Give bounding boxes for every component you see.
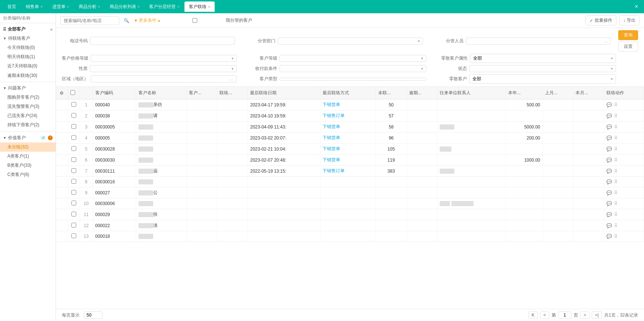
my-customers-checkbox[interactable]: 我分管的客户: [165, 17, 252, 24]
nav-tab-sales[interactable]: 销售单 ×: [21, 1, 47, 12]
row-checkbox[interactable]: [71, 135, 76, 140]
first-page-button[interactable]: K: [528, 311, 538, 319]
staff-select[interactable]: …: [466, 38, 611, 45]
th-contact[interactable]: 联络...: [217, 87, 248, 99]
th-gear[interactable]: ⚙: [56, 87, 68, 99]
status-select[interactable]: ▾: [469, 65, 616, 72]
grid-icon-action[interactable]: ⠿: [614, 113, 617, 119]
th-name[interactable]: 客户名称: [136, 87, 187, 99]
chat-icon[interactable]: 💬: [606, 169, 612, 174]
collapse-icon[interactable]: «: [50, 27, 53, 32]
th-biz-contact[interactable]: 往来单位联系人: [437, 87, 506, 99]
reset-button[interactable]: 设置: [618, 42, 638, 52]
th-overdue[interactable]: 逾期...: [407, 87, 437, 99]
chat-icon[interactable]: 💬: [606, 113, 612, 119]
select-all-checkbox[interactable]: [70, 90, 75, 95]
th-code[interactable]: 客户编码: [93, 87, 136, 99]
more-conditions-button[interactable]: ▼ 更多条件 ▲: [134, 17, 161, 24]
chat-icon[interactable]: 💬: [606, 102, 612, 107]
row-last-way[interactable]: [320, 209, 376, 220]
close-tab-analysis-list[interactable]: ×: [138, 5, 140, 9]
row-last-way[interactable]: 下销货单: [320, 144, 376, 155]
dept-select[interactable]: ▾: [278, 38, 423, 45]
sidebar-search-input[interactable]: [3, 15, 56, 21]
region-select[interactable]: …: [91, 75, 237, 82]
row-last-way[interactable]: 下销货单: [320, 99, 376, 110]
row-checkbox[interactable]: [71, 168, 76, 173]
nav-tab-analysis-list[interactable]: 商品分析列表 ×: [105, 1, 144, 12]
retail-attr-select[interactable]: 全部 ▾: [470, 54, 616, 63]
phone-input[interactable]: [90, 37, 235, 45]
th-type[interactable]: 客户...: [186, 87, 217, 99]
chat-icon[interactable]: 💬: [606, 201, 612, 206]
chat-icon[interactable]: 💬: [606, 223, 612, 228]
th-last-date[interactable]: 最后联络日期: [248, 87, 320, 99]
row-last-way[interactable]: 下销货单: [320, 155, 376, 166]
row-checkbox[interactable]: [71, 212, 76, 216]
sidebar-value-group[interactable]: ▼ 价值客户 ↺ !: [0, 133, 56, 142]
sidebar-item-declining[interactable]: 持续下滑客户(2): [0, 120, 56, 130]
per-page-input[interactable]: [84, 311, 102, 319]
row-checkbox[interactable]: [71, 157, 76, 162]
search-input[interactable]: [60, 16, 119, 25]
page-number-input[interactable]: [558, 311, 571, 319]
grid-icon-action[interactable]: ⠿: [614, 169, 617, 174]
row-checkbox[interactable]: [71, 102, 76, 107]
grid-icon-action[interactable]: ⠿: [614, 179, 617, 184]
nature-select[interactable]: ▾: [90, 65, 237, 72]
row-checkbox[interactable]: [71, 146, 76, 151]
level-select[interactable]: ▾: [279, 55, 426, 62]
nav-tab-purchase[interactable]: 进货单 ×: [48, 1, 74, 12]
query-button[interactable]: 查询: [618, 30, 638, 40]
prev-page-button[interactable]: <: [540, 311, 549, 319]
close-tab-sales[interactable]: ×: [41, 5, 43, 9]
grid-icon-action[interactable]: ⠿: [614, 158, 617, 163]
grid-icon-action[interactable]: ⠿: [614, 124, 617, 130]
nav-home[interactable]: 首页: [3, 1, 21, 12]
row-checkbox[interactable]: [71, 113, 76, 118]
row-last-way[interactable]: 下销售订单: [320, 110, 376, 121]
row-last-way[interactable]: 下销货单: [320, 121, 376, 133]
window-close-button[interactable]: ×: [632, 3, 641, 10]
row-last-way[interactable]: [320, 198, 376, 209]
grid-icon-action[interactable]: ⠿: [614, 223, 617, 228]
chat-icon[interactable]: 💬: [606, 179, 612, 184]
sidebar-wait-group[interactable]: ▼ 待联络客户: [0, 34, 56, 43]
row-checkbox[interactable]: [71, 233, 76, 238]
grid-icon-action[interactable]: ⠿: [614, 102, 617, 107]
close-tab-contact[interactable]: ×: [208, 5, 210, 9]
sidebar-item-tomorrow[interactable]: 明天待联络(1): [0, 52, 56, 61]
row-last-way[interactable]: [320, 220, 376, 231]
sidebar-item-c-class[interactable]: C类客户(6): [0, 170, 56, 179]
sidebar-item-ungroup[interactable]: 未分组(32): [0, 142, 56, 152]
export-button[interactable]: ↓ 导出: [619, 15, 640, 25]
chat-icon[interactable]: 💬: [606, 158, 612, 163]
th-checkbox[interactable]: [68, 87, 80, 99]
chat-icon[interactable]: 💬: [606, 124, 612, 130]
sidebar-item-churn-warning[interactable]: 流失预警客户(3): [0, 102, 56, 111]
price-select[interactable]: ▾: [91, 55, 237, 62]
retail-cust-select[interactable]: 全部 ▾: [469, 74, 616, 84]
close-tab-crm[interactable]: ×: [177, 5, 179, 9]
row-checkbox[interactable]: [71, 223, 76, 227]
grid-icon-action[interactable]: ⠿: [614, 212, 617, 217]
th-this-month[interactable]: 本月...: [573, 87, 604, 99]
sidebar-item-a-class[interactable]: A类客户(1): [0, 152, 56, 161]
row-checkbox[interactable]: [71, 190, 76, 195]
chat-icon[interactable]: 💬: [606, 190, 612, 195]
th-this-year[interactable]: 本年...: [506, 87, 543, 99]
th-last-month[interactable]: 上月...: [543, 87, 573, 99]
sidebar-item-hoarding[interactable]: 囤购异常客户(2): [0, 93, 56, 102]
nav-tab-crm[interactable]: 客户分层经营 ×: [145, 1, 184, 12]
grid-icon-action[interactable]: ⠿: [614, 234, 617, 239]
grid-icon-action[interactable]: ⠿: [614, 147, 617, 152]
sidebar-all-customers[interactable]: ⠿ 全部客户 «: [0, 23, 56, 34]
grid-icon-action[interactable]: ⠿: [614, 201, 617, 206]
nav-tab-contact[interactable]: 客户联络 ×: [184, 1, 215, 12]
last-page-button[interactable]: >|: [592, 311, 602, 319]
row-last-way[interactable]: 下销货单: [320, 133, 376, 144]
chat-icon[interactable]: 💬: [606, 147, 612, 152]
row-checkbox[interactable]: [71, 201, 76, 205]
my-customers-check[interactable]: [165, 18, 224, 23]
chat-icon[interactable]: 💬: [606, 212, 612, 217]
